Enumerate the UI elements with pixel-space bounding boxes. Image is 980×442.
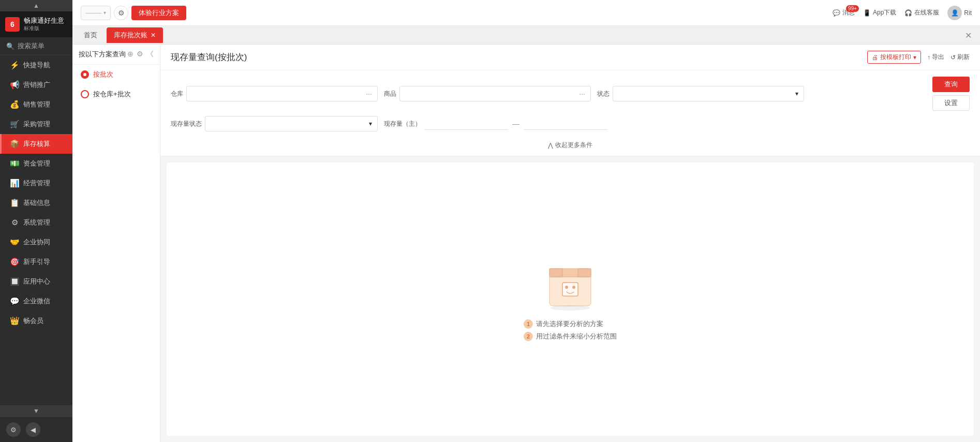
app-company-name: 畅康通好生意 [24, 17, 64, 25]
avatar-icon: 👤 [951, 9, 959, 17]
warehouse-more-icon[interactable]: ··· [366, 90, 372, 98]
left-panel-actions: ⊕ ⚙ 《 [127, 50, 154, 59]
sidebar-scroll-up[interactable]: ▲ [0, 0, 72, 11]
page-header-actions: 🖨 按模板打印 ▾ ↑ 导出 ↺ 刷新 [867, 51, 970, 64]
print-icon: 🖨 [872, 54, 878, 61]
sidebar-item-basic-info[interactable]: 📋 基础信息 [0, 193, 72, 213]
sidebar-item-operations[interactable]: 📊 经营管理 [0, 173, 72, 193]
filter-item-inventory-main: 现存量（主） — [384, 118, 591, 130]
hint-text-1: 请先选择要分析的方案 [536, 319, 603, 329]
status-label: 状态 [597, 90, 610, 98]
plan-item-by-warehouse-batch[interactable]: 按仓库+批次 [72, 84, 160, 104]
collapse-more-btn[interactable]: ⋀ 收起更多条件 [171, 137, 970, 150]
sidebar-item-new-guide[interactable]: 🎯 新手引导 [0, 252, 72, 272]
fullscreen-close-btn[interactable]: ✕ [965, 31, 972, 40]
workspace-name: ──── [85, 10, 101, 16]
filter-area: 仓库 ··· 商品 ··· [160, 70, 980, 156]
plan-label-by-batch: 按批次 [93, 70, 113, 79]
svg-marker-2 [550, 269, 562, 277]
tab-home[interactable]: 首页 [77, 27, 105, 43]
settings-gear-btn[interactable]: ⚙ [114, 6, 128, 20]
query-btn[interactable]: 查询 [932, 77, 970, 92]
tabsbar: 首页 库存批次账 ✕ ✕ [72, 26, 980, 45]
sidebar-item-finance[interactable]: 💵 资金管理 [0, 154, 72, 173]
enterprise-collab-icon: 🤝 [10, 238, 19, 247]
sidebar-item-app-center[interactable]: 🔲 应用中心 [0, 272, 72, 291]
sidebar-item-label: 采购管理 [23, 120, 50, 129]
sidebar-item-purchase[interactable]: 🛒 采购管理 [0, 114, 72, 134]
tab-close-icon[interactable]: ✕ [151, 32, 156, 39]
inventory-main-from[interactable] [424, 118, 508, 130]
sidebar-scroll-down[interactable]: ▼ [0, 405, 72, 417]
print-template-btn[interactable]: 🖨 按模板打印 ▾ [867, 51, 921, 64]
sidebar-item-enterprise-collab[interactable]: 🤝 企业协同 [0, 232, 72, 252]
app-download-label: App下载 [873, 8, 896, 17]
plan-item-by-batch[interactable]: 按批次 [72, 65, 160, 84]
refresh-icon: ↺ [951, 54, 956, 61]
inventory-main-range: — [424, 118, 607, 130]
sidebar-item-inventory[interactable]: 📦 库存核算 [0, 134, 72, 154]
export-icon: ↑ [927, 54, 930, 61]
user-menu-btn[interactable]: 👤 Rit [947, 6, 972, 20]
sidebar-item-marketing[interactable]: 📢 营销推广 [0, 75, 72, 95]
settings-plan-icon[interactable]: ⚙ [137, 50, 143, 59]
empty-state: 1 请先选择要分析的方案 2 用过滤条件来缩小分析范围 [167, 163, 974, 436]
add-plan-icon[interactable]: ⊕ [127, 50, 133, 59]
warehouse-label: 仓库 [171, 90, 183, 98]
print-label: 按模板打印 [880, 53, 911, 62]
page-title: 现存量查询(按批次) [171, 51, 247, 63]
filter-item-status: 状态 ▾ [597, 86, 804, 101]
user-avatar: 👤 [947, 6, 962, 20]
sidebar-item-sales[interactable]: 💰 销售管理 [0, 95, 72, 114]
app-center-icon: 🔲 [10, 277, 19, 286]
app-version: 标准版 [24, 25, 64, 32]
status-select[interactable]: ▾ [613, 86, 804, 101]
product-more-icon[interactable]: ··· [579, 90, 585, 98]
settings-btn[interactable]: 设置 [932, 95, 970, 111]
product-input[interactable]: ··· [399, 86, 591, 101]
sidebar-item-label: 企业微信 [23, 297, 50, 306]
workspace-dropdown[interactable]: ──── ▾ [81, 6, 111, 20]
filter-actions: 查询 设置 [932, 77, 970, 111]
settings-footer-btn[interactable]: ⚙ [6, 422, 21, 437]
right-main: 现存量查询(按批次) 🖨 按模板打印 ▾ ↑ 导出 ↺ 刷新 [160, 45, 980, 442]
home-tab-label: 首页 [84, 31, 97, 40]
product-label: 商品 [384, 90, 396, 98]
collapse-sidebar-icon: ◀ [31, 426, 36, 434]
app-download-btn[interactable]: 📱 App下载 [863, 8, 896, 17]
sidebar-search[interactable]: 🔍 搜索菜单 [0, 37, 72, 55]
trial-industry-btn[interactable]: 体验行业方案 [131, 6, 186, 20]
inventory-icon: 📦 [10, 139, 19, 149]
online-service-btn[interactable]: 🎧 在线客服 [904, 8, 939, 17]
inventory-main-to[interactable] [524, 118, 607, 130]
sidebar-item-quick-nav[interactable]: ⚡ 快捷导航 [0, 55, 72, 75]
refresh-btn[interactable]: ↺ 刷新 [951, 53, 970, 62]
export-btn[interactable]: ↑ 导出 [927, 53, 944, 62]
gear-icon: ⚙ [118, 9, 125, 17]
warehouse-input[interactable]: ··· [186, 86, 378, 101]
inventory-status-label: 现存量状态 [171, 120, 202, 128]
message-icon: 💬 [833, 9, 840, 17]
dropdown-chevron-icon: ▾ [103, 10, 106, 16]
inventory-status-select[interactable]: ▾ [205, 116, 378, 131]
empty-illustration [539, 254, 601, 311]
topbar-right: 💬 消息 99+ 📱 App下载 🎧 在线客服 👤 Rit [833, 6, 972, 20]
status-dropdown-icon: ▾ [795, 90, 798, 97]
purchase-icon: 🛒 [10, 120, 19, 129]
left-panel-header: 按以下方案查询 ⊕ ⚙ 《 [72, 45, 160, 65]
members-icon: 👑 [10, 316, 19, 326]
sidebar-item-system[interactable]: ⚙ 系统管理 [0, 213, 72, 232]
tab-inventory-batch[interactable]: 库存批次账 ✕ [107, 27, 163, 43]
svg-point-5 [565, 286, 568, 289]
empty-hint-1: 1 请先选择要分析的方案 [524, 319, 617, 329]
collapse-more-label: 收起更多条件 [555, 141, 592, 150]
finance-icon: 💵 [10, 159, 19, 168]
collapse-sidebar-btn[interactable]: ◀ [26, 422, 40, 437]
collapse-panel-icon[interactable]: 《 [146, 50, 154, 59]
sidebar-item-members[interactable]: 👑 畅会员 [0, 311, 72, 331]
messages-badge: 99+ [846, 5, 859, 12]
sidebar-item-label: 系统管理 [23, 218, 50, 227]
collapse-up-icon: ⋀ [548, 142, 553, 149]
sidebar-item-enterprise-wechat[interactable]: 💬 企业微信 [0, 291, 72, 311]
messages-btn[interactable]: 💬 消息 99+ [833, 8, 855, 17]
